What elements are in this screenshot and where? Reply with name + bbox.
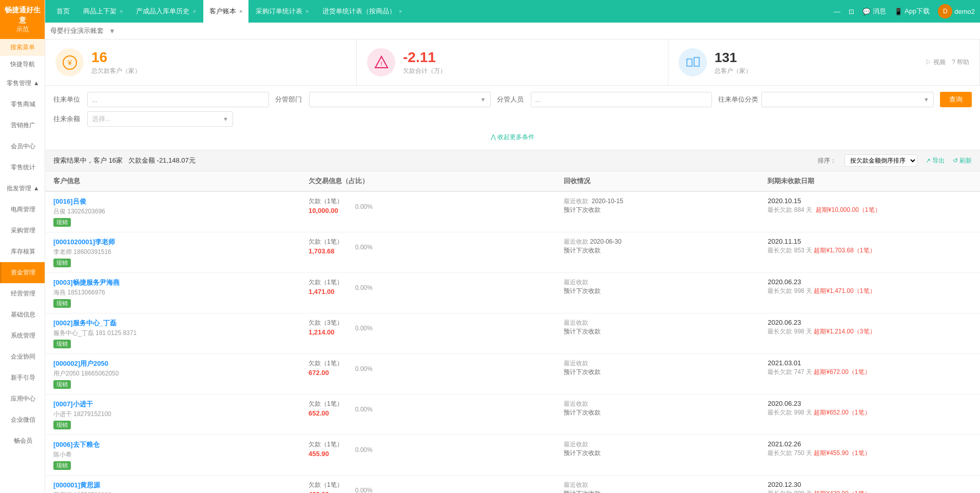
sidebar-item-retail-mgmt[interactable]: 零售管理 ▲ bbox=[0, 73, 45, 94]
maximize-btn[interactable]: ⊡ bbox=[849, 8, 854, 15]
sidebar-item-enterprise[interactable]: 企业协同 bbox=[0, 346, 45, 367]
debt-amount-5[interactable]: 652.00 bbox=[309, 409, 343, 417]
debt-amount-7[interactable]: 429.00 bbox=[309, 490, 343, 493]
user-avatar-btn[interactable]: D demo2 bbox=[938, 4, 975, 18]
debt-amount-0[interactable]: 10,000.00 bbox=[309, 207, 343, 214]
customer-name-5[interactable]: [0007]小进干 bbox=[53, 400, 309, 409]
collapse-row: ⋀ 收起更多条件 bbox=[53, 131, 972, 144]
search-button[interactable]: 查询 bbox=[940, 92, 972, 107]
person-dots: ... bbox=[535, 96, 541, 104]
refresh-button[interactable]: ↺ 刷新 bbox=[953, 156, 972, 165]
customer-name-0[interactable]: [0016]吕俊 bbox=[53, 197, 309, 206]
sidebar-item-ecommerce[interactable]: 电商管理 bbox=[0, 199, 45, 220]
sidebar-search[interactable]: 搜索菜单 bbox=[0, 39, 45, 56]
stat-card-overdue-customers: ¥ 16 总欠款客户（家） bbox=[45, 40, 357, 85]
balance-label: 往来余额 bbox=[53, 114, 84, 124]
debt-amount-1[interactable]: 1,703.68 bbox=[309, 247, 343, 255]
customer-tag-4: 现销 bbox=[53, 380, 71, 389]
overdue-link-6[interactable]: 超期¥455.90（1笔） bbox=[814, 449, 870, 457]
sidebar-logo[interactable]: 畅捷通好生意 示范 bbox=[0, 0, 45, 39]
sidebar-item-retail-mall[interactable]: 零售商城 bbox=[0, 94, 45, 115]
tab-customer-account[interactable]: 客户账本× bbox=[203, 0, 248, 23]
debt-amount-6[interactable]: 455.90 bbox=[309, 450, 343, 458]
close-tab-customer-account[interactable]: × bbox=[239, 8, 242, 14]
tab-import-stats[interactable]: 进货单统计表（按商品）× bbox=[316, 0, 408, 23]
message-icon: 💬 bbox=[862, 8, 871, 15]
recovery-info-7: 最近收款 预计下次收款 bbox=[564, 481, 768, 493]
recovery-info-0: 最近收款 2020-10-15 预计下次收款 bbox=[564, 197, 768, 214]
sidebar-item-batch-mgmt[interactable]: 批发管理 ▲ bbox=[0, 178, 45, 199]
person-label: 分管人员 bbox=[497, 95, 528, 104]
due-info-0: 2020.10.15 最长欠款 884 天 超期¥10,000.00（1笔） bbox=[767, 197, 972, 214]
svg-rect-5 bbox=[694, 57, 699, 66]
table-row: [000002]用户2050 用户2050 18665062050 现销 欠款（… bbox=[45, 354, 980, 395]
overdue-link-4[interactable]: 超期¥672.00（1笔） bbox=[814, 368, 870, 376]
debt-info-3: 欠款（3笔）1,214.00 0.00% bbox=[309, 319, 564, 336]
sort-label: 排序： bbox=[818, 156, 836, 165]
customer-name-3[interactable]: [0002]服务中心_丁磊 bbox=[53, 319, 309, 328]
sidebar-item-membership[interactable]: 畅会员 bbox=[0, 430, 45, 451]
customer-name-7[interactable]: [000001]黄思源 bbox=[53, 481, 309, 490]
overdue-link-2[interactable]: 超期¥1,471.00（1笔） bbox=[814, 287, 875, 294]
collapse-button[interactable]: ⋀ 收起更多条件 bbox=[491, 133, 534, 142]
debt-amount-4[interactable]: 672.00 bbox=[309, 369, 343, 377]
table-row: [0016]吕俊 吕俊 13026203696 现销 欠款（1笔） 10,000… bbox=[45, 192, 980, 232]
export-button[interactable]: ↗ 导出 bbox=[926, 156, 945, 165]
sidebar-item-quick-nav[interactable]: 快捷导航 bbox=[0, 56, 45, 73]
sidebar-item-finance[interactable]: 资金管理 bbox=[0, 262, 45, 283]
from-unit-input[interactable]: ... bbox=[87, 92, 269, 107]
customer-name-2[interactable]: [0003]畅捷服务尹海燕 bbox=[53, 278, 309, 287]
dept-select[interactable]: ▼ bbox=[309, 92, 491, 107]
customer-sub-3: 服务中心_丁磊 181 0125 8371 bbox=[53, 329, 309, 338]
sidebar-item-member[interactable]: 会员中心 bbox=[0, 136, 45, 157]
due-date-0: 2020.10.15 bbox=[767, 197, 972, 205]
balance-select[interactable]: 选择... ▼ bbox=[87, 111, 233, 127]
svg-text:¥: ¥ bbox=[67, 58, 72, 67]
sidebar-item-inventory[interactable]: 库存核算 bbox=[0, 241, 45, 262]
sidebar-item-purchase[interactable]: 采购管理 bbox=[0, 220, 45, 241]
close-tab-product-history[interactable]: × bbox=[193, 8, 196, 14]
app-download-btn[interactable]: 📱 App下载 bbox=[894, 7, 930, 16]
overdue-link-0[interactable]: 超期¥10,000.00（1笔） bbox=[816, 206, 881, 213]
customer-name-4[interactable]: [000002]用户2050 bbox=[53, 359, 309, 368]
minimize-btn[interactable]: — bbox=[834, 8, 840, 15]
message-btn[interactable]: 💬 消息 bbox=[862, 7, 886, 16]
debt-amount-2[interactable]: 1,471.00 bbox=[309, 288, 343, 295]
close-tab-purchase-order[interactable]: × bbox=[305, 8, 309, 14]
sidebar-item-guide[interactable]: 新手引导 bbox=[0, 367, 45, 388]
top-header: 首页 商品上下架× 产成品入库单历史× 客户账本× 采购订单统计表× 进货单统计… bbox=[45, 0, 980, 23]
debt-info-5: 欠款（1笔）652.00 0.00% bbox=[309, 400, 564, 417]
company-dropdown-icon[interactable]: ▼ bbox=[109, 27, 116, 35]
sidebar-item-system[interactable]: 系统管理 bbox=[0, 325, 45, 346]
person-input[interactable]: ... bbox=[531, 92, 713, 107]
sidebar-item-app-center[interactable]: 应用中心 bbox=[0, 388, 45, 409]
tab-product-off[interactable]: 商品上下架× bbox=[77, 0, 129, 23]
debt-ratio-0: 0.00% bbox=[355, 203, 373, 210]
customer-name-6[interactable]: [0006]去下粮仓 bbox=[53, 440, 309, 449]
sidebar-item-marketing[interactable]: 营销推广 bbox=[0, 115, 45, 136]
sidebar-item-basic-info[interactable]: 基础信息 bbox=[0, 304, 45, 325]
debt-info-0: 欠款（1笔） 10,000.00 0.00% bbox=[309, 197, 564, 214]
overdue-link-1[interactable]: 超期¥1,703.68（1笔） bbox=[814, 247, 875, 254]
help-btn[interactable]: ? 帮助 bbox=[952, 58, 969, 67]
overdue-link-5[interactable]: 超期¥652.00（1笔） bbox=[814, 409, 870, 416]
sidebar-item-retail-stats[interactable]: 零售统计 bbox=[0, 157, 45, 178]
customer-name-1[interactable]: [0001020001]李老师 bbox=[53, 238, 309, 247]
sort-select[interactable]: 按欠款金额倒序排序 bbox=[844, 154, 917, 167]
overdue-count: 16 bbox=[91, 49, 141, 66]
close-tab-product-off[interactable]: × bbox=[120, 8, 123, 14]
video-btn[interactable]: ▷ 视频 bbox=[926, 58, 946, 67]
customer-sub-4: 用户2050 18665062050 bbox=[53, 369, 309, 378]
sidebar-item-operations[interactable]: 经营管理 bbox=[0, 283, 45, 304]
due-info-5: 2020.06.23 最长欠款 998 天 超期¥652.00（1笔） bbox=[767, 400, 972, 417]
tab-home[interactable]: 首页 bbox=[50, 0, 76, 23]
overdue-link-7[interactable]: 超期¥429.00（1笔） bbox=[814, 490, 870, 493]
close-tab-import-stats[interactable]: × bbox=[399, 8, 402, 14]
tab-product-history[interactable]: 产成品入库单历史× bbox=[130, 0, 202, 23]
unit-type-select[interactable]: ▼ bbox=[761, 92, 934, 107]
overdue-link-3[interactable]: 超期¥1,214.00（3笔） bbox=[814, 328, 875, 335]
sidebar-item-wechat[interactable]: 企业微信 bbox=[0, 409, 45, 430]
debt-amount-3[interactable]: 1,214.00 bbox=[309, 328, 343, 336]
debt-inner-0: 欠款（1笔） 10,000.00 0.00% bbox=[309, 197, 564, 214]
tab-purchase-order[interactable]: 采购订单统计表× bbox=[249, 0, 315, 23]
